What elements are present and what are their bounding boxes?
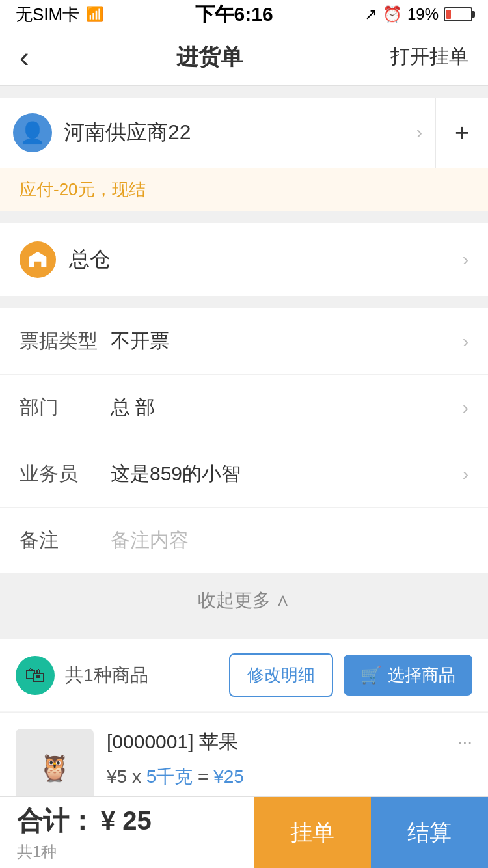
warehouse-icon: [27, 249, 48, 270]
price-equals: =: [198, 766, 213, 787]
department-label: 部门: [20, 394, 111, 421]
page-title: 进货单: [176, 42, 243, 72]
product-code: [0000001]: [107, 731, 193, 752]
supplier-add-button[interactable]: +: [436, 98, 488, 168]
product-more-button[interactable]: ···: [457, 729, 472, 752]
nav-bar: ‹ 进货单 打开挂单: [0, 29, 488, 86]
product-unit-price: ¥5: [107, 766, 127, 787]
notice-text: 应付-20元，现结: [20, 180, 146, 199]
status-bar: 无SIM卡 📶 下午6:16 ↗ ⏰ 19%: [0, 0, 488, 29]
warehouse-row[interactable]: 总仓 ›: [0, 223, 488, 297]
product-thumbnail: 🦉: [16, 729, 94, 807]
remark-row[interactable]: 备注 备注内容: [0, 508, 488, 574]
hang-order-button[interactable]: 挂单: [254, 797, 371, 868]
product-quantity: 5千克: [146, 766, 193, 787]
collapse-bar[interactable]: 收起更多 ∧: [0, 574, 488, 627]
location-icon: ↗: [364, 5, 377, 23]
salesperson-value: 这是859的小智: [111, 461, 463, 487]
department-chevron-icon: ›: [463, 398, 468, 418]
remark-label: 备注: [20, 527, 111, 554]
supplier-selector[interactable]: 👤 河南供应商22 ›: [0, 98, 436, 168]
hang-order-label: 挂单: [290, 818, 334, 848]
product-price: ¥5 x 5千克 = ¥25: [107, 765, 457, 789]
open-pending-button[interactable]: 打开挂单: [390, 44, 468, 70]
supplier-avatar: 👤: [13, 113, 52, 152]
back-button[interactable]: ‹: [20, 41, 29, 74]
status-left: 无SIM卡 📶: [16, 3, 103, 26]
salesperson-row[interactable]: 业务员 这是859的小智 ›: [0, 441, 488, 508]
select-product-label: 选择商品: [388, 664, 455, 686]
ticket-type-row[interactable]: 票据类型 不开票 ›: [0, 308, 488, 375]
total-label: 合计：: [17, 806, 95, 835]
price-times: x: [132, 766, 146, 787]
product-total: ¥25: [213, 766, 244, 787]
status-time: 下午6:16: [195, 1, 273, 28]
department-value: 总 部: [111, 394, 463, 421]
section-gap-3: [0, 297, 488, 308]
modify-detail-button[interactable]: 修改明细: [229, 653, 333, 697]
product-header: 🛍 共1种商品 修改明细 🛒 选择商品: [0, 639, 488, 711]
battery-icon: [444, 7, 472, 21]
total-amount-display: 合计： ¥ 25: [17, 803, 237, 839]
total-sub-label: 共1种: [17, 841, 237, 862]
select-product-icon: 🛒: [360, 665, 381, 685]
product-bag-icon-wrap: 🛍: [16, 656, 55, 695]
status-right: ↗ ⏰ 19%: [364, 5, 472, 23]
product-info: [0000001] 苹果 ¥5 x 5千克 = ¥25: [107, 729, 457, 789]
section-gap-2: [0, 211, 488, 223]
add-icon: +: [455, 119, 469, 147]
collapse-label: 收起更多 ∧: [198, 590, 291, 610]
product-name: [0000001] 苹果: [107, 729, 457, 755]
form-section: 票据类型 不开票 › 部门 总 部 › 业务员 这是859的小智 › 备注 备注…: [0, 308, 488, 574]
section-gap-1: [0, 86, 488, 98]
ticket-type-value: 不开票: [111, 328, 463, 355]
bottom-bar: 合计： ¥ 25 共1种 挂单 结算: [0, 796, 488, 868]
supplier-chevron-icon: ›: [416, 122, 422, 143]
warehouse-label: 总仓: [69, 245, 463, 274]
notice-bar: 应付-20元，现结: [0, 168, 488, 211]
select-product-button[interactable]: 🛒 选择商品: [344, 655, 472, 696]
remark-placeholder: 备注内容: [111, 527, 468, 554]
bottom-total-section: 合计： ¥ 25 共1种: [0, 797, 254, 868]
product-count: 共1种商品: [65, 663, 219, 688]
section-gap-4: [0, 627, 488, 639]
wifi-icon: 📶: [86, 6, 103, 23]
carrier-text: 无SIM卡: [16, 3, 79, 26]
product-bag-icon: 🛍: [25, 663, 46, 687]
alarm-icon: ⏰: [383, 5, 402, 23]
warehouse-icon-wrap: [20, 241, 56, 278]
battery-percent: 19%: [407, 5, 439, 23]
supplier-name: 河南供应商22: [64, 118, 410, 147]
ticket-type-label: 票据类型: [20, 328, 111, 355]
product-thumb-icon: 🦉: [38, 753, 71, 783]
ticket-type-chevron-icon: ›: [463, 331, 468, 352]
supplier-section: 👤 河南供应商22 › +: [0, 98, 488, 168]
department-row[interactable]: 部门 总 部 ›: [0, 375, 488, 441]
total-amount: ¥ 25: [101, 806, 152, 835]
checkout-label: 结算: [407, 818, 452, 848]
avatar-icon: 👤: [20, 120, 46, 145]
product-title: 苹果: [199, 731, 238, 752]
salesperson-chevron-icon: ›: [463, 464, 468, 485]
salesperson-label: 业务员: [20, 461, 111, 487]
checkout-button[interactable]: 结算: [371, 797, 488, 868]
warehouse-chevron-icon: ›: [463, 249, 468, 270]
